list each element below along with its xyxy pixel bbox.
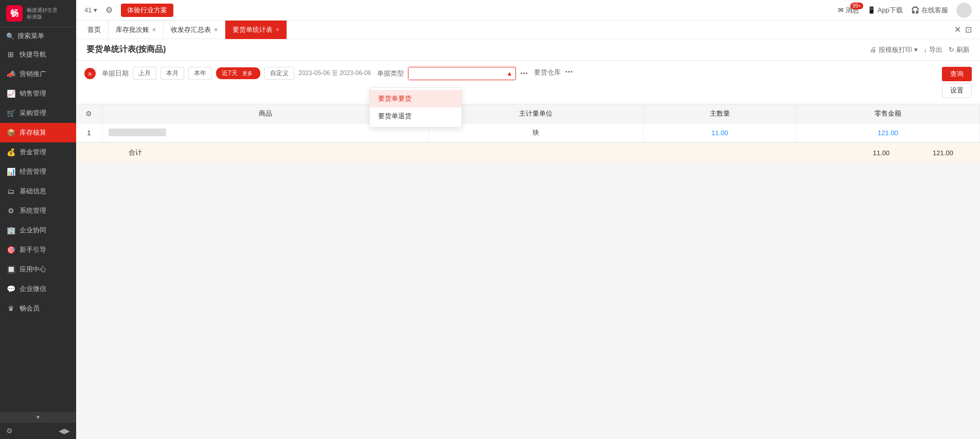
warehouse-more-icon[interactable]: ···	[565, 67, 573, 78]
nav-label-weixin: 企业微信	[20, 284, 46, 294]
gear-settings-icon[interactable]: ⚙	[105, 5, 113, 15]
sidebar-item-operation[interactable]: 📊经营管理	[0, 162, 76, 181]
main-area: 41 ▾ ⚙ 体验行业方案 ✉ 消息 99+ 📱 App下载 🎧 在线客服 首页…	[76, 0, 980, 439]
nav-label-purchase: 采购管理	[20, 108, 46, 118]
warehouse-label: 要货仓库	[534, 68, 561, 77]
page-title-bar: 要货单统计表(按商品) 🖨 按模板打印 ▾ ↓ 导出 ↻ 刷新	[76, 39, 980, 61]
table-settings-icon[interactable]: ⚙	[85, 109, 92, 118]
cell-qty-0: 11.00	[644, 123, 796, 142]
settings-icon[interactable]: ⚙	[6, 427, 13, 435]
nav-label-marketing: 营销推广	[20, 69, 46, 79]
nav-label-enterprise: 企业协同	[20, 226, 46, 235]
nav-label-finance: 资金管理	[20, 148, 46, 157]
col-qty: 主数量	[644, 104, 796, 123]
product-name-text-0: 商品名称	[109, 129, 166, 136]
expand-filter-button[interactable]: »	[84, 68, 96, 79]
nav-icon-basic: 🗂	[6, 187, 15, 195]
sidebar-item-inventory[interactable]: 📦库存核算	[0, 123, 76, 142]
export-label: 导出	[929, 45, 942, 54]
total-label: 合计	[129, 148, 142, 157]
tab-restore-icon[interactable]: ⊡	[965, 25, 972, 34]
tab-collect[interactable]: 收发存汇总表 ×	[164, 21, 225, 39]
store-number: 41	[84, 6, 92, 14]
sidebar-item-system[interactable]: ⚙系统管理	[0, 201, 76, 221]
store-dropdown-icon: ▾	[94, 6, 97, 14]
sidebar-item-sales[interactable]: 📈销售管理	[0, 84, 76, 103]
message-button[interactable]: ✉ 消息 99+	[838, 6, 859, 15]
sidebar-item-finance[interactable]: 💰资金管理	[0, 142, 76, 162]
tab-close-order-stat[interactable]: ×	[276, 26, 279, 33]
trial-button[interactable]: 体验行业方案	[121, 4, 173, 17]
export-button[interactable]: ↓ 导出	[924, 45, 943, 54]
table-footer: 合计 11.00 121.00	[76, 142, 980, 162]
filter-action-buttons: 查询 设置	[942, 67, 972, 98]
date-range-text: 2023-05-06 至 2023-06-06	[298, 69, 371, 78]
date-cur-month-btn[interactable]: 本月	[161, 67, 184, 80]
sidebar-item-enterprise[interactable]: 🏢企业协同	[0, 221, 76, 240]
date-badge: 更多	[240, 70, 255, 77]
nav-label-operation: 经营管理	[20, 167, 46, 176]
type-input[interactable]	[408, 67, 503, 80]
sidebar-item-purchase[interactable]: 🛒采购管理	[0, 103, 76, 123]
date-7days-btn[interactable]: 近7天 更多	[216, 67, 260, 79]
tab-label-order-stat: 要货单统计表	[233, 25, 273, 34]
data-table: ⚙ 商品 主计量单位 主数量 零售金额 1 商品名称 块 11.00 121.0…	[76, 104, 980, 142]
sidebar-item-member[interactable]: ♛畅会员	[0, 299, 76, 318]
tab-bar: 首页库存批次账 ×收发存汇总表 ×要货单统计表 ×✕⊡	[76, 21, 980, 39]
query-button[interactable]: 查询	[942, 67, 972, 81]
sidebar-item-marketing[interactable]: 📣营销推广	[0, 64, 76, 84]
nav-icon-quick-nav: ⊞	[6, 50, 15, 59]
tab-batch[interactable]: 库存批次账 ×	[109, 21, 164, 39]
print-button[interactable]: 🖨 按模板打印 ▾	[870, 45, 918, 54]
page-content: 要货单统计表(按商品) 🖨 按模板打印 ▾ ↓ 导出 ↻ 刷新 »	[76, 39, 980, 439]
nav-icon-enterprise: 🏢	[6, 226, 15, 234]
user-avatar[interactable]	[956, 3, 972, 18]
nav-label-quick-nav: 快捷导航	[20, 50, 46, 59]
more-filter-icon[interactable]: ···	[520, 68, 528, 79]
search-menu[interactable]: 🔍 搜索菜单	[0, 27, 76, 45]
sidebar-item-guide[interactable]: 🎯新手引导	[0, 240, 76, 260]
sidebar-item-basic[interactable]: 🗂基础信息	[0, 181, 76, 201]
date-custom-btn[interactable]: 自定义	[264, 67, 294, 80]
refresh-label: 刷新	[956, 45, 970, 54]
header-right: ✉ 消息 99+ 📱 App下载 🎧 在线客服	[838, 3, 972, 18]
store-selector[interactable]: 41 ▾	[84, 6, 97, 14]
nav-label-member: 畅会员	[20, 304, 40, 313]
nav-icon-system: ⚙	[6, 207, 15, 215]
app-download-button[interactable]: 📱 App下载	[867, 6, 903, 15]
nav-label-system: 系统管理	[20, 206, 46, 215]
filter-settings-button[interactable]: 设置	[942, 83, 972, 98]
message-icon: ✉	[838, 6, 844, 14]
sidebar-item-quick-nav[interactable]: ⊞快捷导航	[0, 45, 76, 64]
tab-label-collect: 收发存汇总表	[171, 25, 211, 34]
type-dropdown-icon[interactable]: ▲	[503, 70, 515, 77]
sidebar-item-weixin[interactable]: 💬企业微信	[0, 279, 76, 299]
dropdown-item-order-purchase[interactable]: 要货单要货	[370, 90, 461, 107]
warehouse-filter-group: 要货仓库 ···	[534, 67, 573, 78]
page-title-actions: 🖨 按模板打印 ▾ ↓ 导出 ↻ 刷新	[870, 45, 970, 54]
sidebar: 畅 畅捷通好生意 标准版 🔍 搜索菜单 ⊞快捷导航📣营销推广📈销售管理🛒采购管理…	[0, 0, 76, 439]
dropdown-item-order-return[interactable]: 要货单退货	[370, 107, 461, 125]
tab-home[interactable]: 首页	[80, 21, 109, 39]
tab-label-home: 首页	[87, 25, 101, 34]
type-dropdown-overlay: 要货单要货要货单退货	[369, 87, 462, 127]
tab-order-stat[interactable]: 要货单统计表 ×	[225, 21, 287, 39]
date-7days-label: 近7天	[222, 69, 238, 77]
online-service-button[interactable]: 🎧 在线客服	[911, 6, 948, 15]
total-qty: 11.00	[850, 149, 912, 157]
sidebar-scroll-down[interactable]: ▼	[0, 412, 76, 422]
refresh-button[interactable]: ↻ 刷新	[949, 45, 970, 54]
tab-close-batch[interactable]: ×	[152, 26, 156, 33]
date-filter-label: 单据日期	[102, 69, 129, 78]
sidebar-item-app-center[interactable]: 🔲应用中心	[0, 260, 76, 279]
date-last-month-btn[interactable]: 上月	[133, 67, 156, 80]
date-cur-year-btn[interactable]: 本年	[188, 67, 212, 80]
app-icon: 📱	[867, 6, 876, 14]
tab-close-all-icon[interactable]: ✕	[954, 25, 961, 34]
type-filter-label: 单据类型	[377, 69, 404, 78]
col-settings: ⚙	[76, 104, 102, 123]
nav-icon-inventory: 📦	[6, 129, 15, 137]
filter-area: » 单据日期 上月 本月 本年 近7天 更多 自定义 2023-05-06 至 …	[76, 61, 980, 104]
collapse-icon[interactable]: ◀▶	[59, 427, 70, 435]
tab-close-collect[interactable]: ×	[214, 26, 218, 33]
